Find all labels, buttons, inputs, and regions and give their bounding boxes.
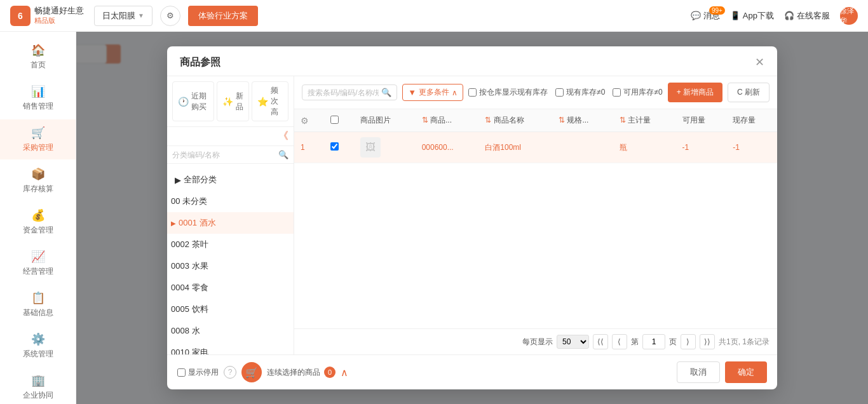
page-number-input[interactable] <box>642 334 665 349</box>
category-item-all[interactable]: ▶ 全部分类 <box>167 169 294 191</box>
new-products-button[interactable]: ✨ 新品 <box>217 81 249 121</box>
col-spec-header[interactable]: ⇅ 规格... <box>552 109 613 132</box>
frequent-products-button[interactable]: ⭐ 频次高 <box>252 81 288 121</box>
show-disabled-checkbox[interactable] <box>177 368 186 377</box>
category-item-0003[interactable]: 0003 水果 <box>167 255 294 277</box>
warehouse-checkbox[interactable] <box>468 88 477 97</box>
sidebar-item-finance[interactable]: 💰 资金管理 <box>0 202 76 242</box>
sidebar-item-operation[interactable]: 📈 经营管理 <box>0 243 76 283</box>
category-item-00[interactable]: 00 未分类 <box>167 191 294 212</box>
confirm-button[interactable]: 确定 <box>725 361 767 383</box>
finance-icon: 💰 <box>31 208 45 222</box>
sidebar-item-system[interactable]: ⚙️ 系统管理 <box>0 326 76 366</box>
cell-checkbox[interactable] <box>324 132 354 163</box>
filter-button[interactable]: ▼ 更多条件 ∧ <box>402 84 463 101</box>
col-stock-header: 现存量 <box>726 109 777 132</box>
messages-badge: 99+ <box>709 6 725 15</box>
store-dropdown[interactable]: 日太阳膜 ▼ <box>94 6 153 26</box>
footer-collapse-button[interactable]: ∧ <box>341 367 348 379</box>
search-table-panel: 🔍 ▼ 更多条件 ∧ 按仓库显示现有库存 <box>294 76 777 354</box>
col-checkbox-header[interactable] <box>324 109 354 132</box>
category-search-input[interactable] <box>172 151 275 159</box>
category-item-0005[interactable]: 0005 饮料 <box>167 299 294 320</box>
inventory-icon: 📦 <box>31 167 45 181</box>
star-icon: ⭐ <box>257 97 268 107</box>
checkbox-available-stock[interactable]: 现有库存≠0 <box>555 87 605 98</box>
modal-close-button[interactable]: ✕ <box>755 55 764 69</box>
checkbox-warehouse[interactable]: 按仓库显示现有库存 <box>468 87 548 98</box>
product-image-placeholder: 🖼 <box>360 137 381 158</box>
category-item-0004[interactable]: 0004 零食 <box>167 277 294 299</box>
sidebar-item-inventory[interactable]: 📦 库存核算 <box>0 161 76 201</box>
cell-unit: 瓶 <box>613 132 676 163</box>
sidebar-item-sales[interactable]: 📊 销售管理 <box>0 78 76 118</box>
help-button[interactable]: ? <box>224 366 236 379</box>
next-page-button[interactable]: ⟩ <box>681 334 696 349</box>
category-item-0002[interactable]: 0002 茶叶 <box>167 234 294 255</box>
main-content: 商品参照 ✕ 🕐 近期购买 ✨ <box>76 32 868 404</box>
prev-page-button[interactable]: ⟨ <box>612 334 627 349</box>
cancel-button[interactable]: 取消 <box>677 361 720 383</box>
cart-button[interactable]: 🛒 <box>241 362 262 382</box>
sales-icon: 📊 <box>31 84 45 98</box>
show-disabled-checkbox-label[interactable]: 显示停用 <box>177 367 219 378</box>
collapse-panel-button[interactable]: 《 <box>278 130 288 143</box>
checkbox-usable-stock[interactable]: 可用库存≠0 <box>613 87 662 98</box>
filter-collapse-icon: ∧ <box>452 88 458 97</box>
table-header-row: ⚙ 商品图片 ⇅ 商品... <box>294 109 777 132</box>
cell-name: 白酒100ml <box>478 132 552 163</box>
cell-code: 000600... <box>416 132 479 163</box>
select-all-checkbox[interactable] <box>330 116 339 124</box>
row-checkbox[interactable] <box>330 142 339 151</box>
last-page-button[interactable]: ⟩⟩ <box>700 334 715 349</box>
first-page-button[interactable]: ⟨⟨ <box>593 334 608 349</box>
settings-button[interactable]: ⚙ <box>160 6 180 26</box>
column-settings-icon[interactable]: ⚙ <box>301 116 309 126</box>
sort-icon: ⇅ <box>559 116 565 125</box>
category-search-icon[interactable]: 🔍 <box>278 150 288 159</box>
sidebar-item-purchase[interactable]: 🛒 采购管理 <box>0 119 76 159</box>
page-label: 第 <box>631 337 639 347</box>
sidebar-item-home[interactable]: 🏠 首页 <box>0 37 76 77</box>
home-icon: 🏠 <box>31 43 45 57</box>
basic-icon: 📋 <box>31 291 45 305</box>
category-panel: 🕐 近期购买 ✨ 新品 ⭐ 频次高 <box>167 76 294 354</box>
cell-image: 🖼 <box>354 132 416 163</box>
usable-stock-checkbox[interactable] <box>613 88 621 97</box>
app-download-button[interactable]: 📱 App下载 <box>730 10 774 22</box>
col-code-header[interactable]: ⇅ 商品... <box>416 109 479 132</box>
filter-icon: ▼ <box>408 88 416 97</box>
total-pages-info: 共1页, 1条记录 <box>719 337 770 347</box>
add-product-button[interactable]: + 新增商品 <box>668 83 722 102</box>
product-search-input[interactable] <box>308 88 379 97</box>
page-size-select[interactable]: 50 10 20 100 <box>557 335 589 349</box>
cell-spec <box>552 132 613 163</box>
sidebar-item-basic[interactable]: 📋 基础信息 <box>0 285 76 325</box>
online-service-button[interactable]: 🎧 在线客服 <box>784 10 830 22</box>
category-item-0010[interactable]: 0010 家电 <box>167 342 294 354</box>
enterprise-icon: 🏢 <box>31 374 45 387</box>
refresh-button[interactable]: C 刷新 <box>728 83 770 102</box>
category-item-0001[interactable]: ▶ 0001 酒水 <box>167 212 294 234</box>
category-list: ▶ 全部分类 00 未分类 ▶ 0001 酒水 0002 茶 <box>167 164 294 354</box>
sidebar-item-enterprise[interactable]: 🏢 企业协同 <box>0 367 76 404</box>
col-available-header: 可用量 <box>676 109 727 132</box>
clock-icon: 🕐 <box>178 97 189 107</box>
selected-count-badge: 0 <box>324 367 336 378</box>
category-item-0008[interactable]: 0008 水 <box>167 320 294 342</box>
recent-purchases-button[interactable]: 🕐 近期购买 <box>172 81 214 121</box>
cell-available: -1 <box>676 132 727 163</box>
modal-body: 🕐 近期购买 ✨ 新品 ⭐ 频次高 <box>167 76 777 354</box>
table-row[interactable]: 1 🖼 000600... 白酒100ml <box>294 132 777 163</box>
new-icon: ✨ <box>222 97 233 107</box>
col-settings[interactable]: ⚙ <box>294 109 324 132</box>
search-button[interactable]: 🔍 <box>381 88 391 97</box>
user-profile-button[interactable]: 徐泽华 <box>840 7 858 25</box>
category-search: 🔍 <box>167 146 294 164</box>
active-category-icon: ▶ <box>171 220 176 227</box>
messages-button[interactable]: 💬 消息 99+ <box>691 10 720 22</box>
available-stock-checkbox[interactable] <box>555 88 564 97</box>
col-unit-header[interactable]: ⇅ 主计量 <box>613 109 676 132</box>
trial-button[interactable]: 体验行业方案 <box>188 6 258 26</box>
col-name-header[interactable]: ⇅ 商品名称 <box>478 109 552 132</box>
